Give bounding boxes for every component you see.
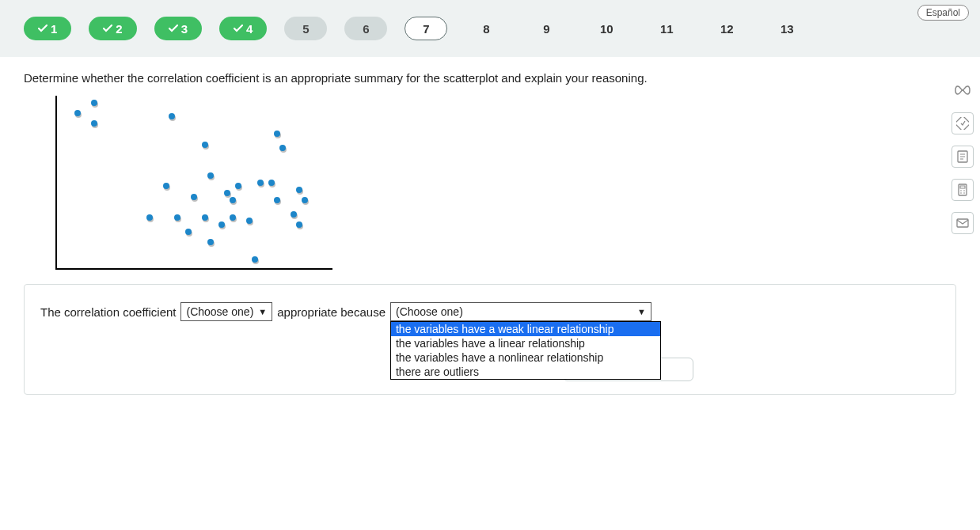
scatter-point [202, 214, 208, 221]
nav-label: 7 [423, 22, 429, 36]
scatterplot [47, 96, 332, 270]
scatter-point [224, 190, 230, 196]
scatter-point [302, 197, 308, 203]
scatter-point [146, 214, 153, 221]
language-button[interactable]: Español [917, 5, 969, 21]
scatter-point [296, 221, 302, 228]
scatter-point [235, 183, 241, 189]
question-nav-bar: 12345678910111213 Español [0, 0, 980, 57]
select-reason-dropdown: the variables have a weak linear relatio… [390, 321, 661, 380]
question-content: Determine whether the correlation coeffi… [0, 57, 980, 409]
scatter-point [279, 145, 286, 151]
scatter-point [185, 229, 192, 235]
scatter-point [91, 100, 97, 106]
check-icon [103, 25, 112, 32]
nav-label: 10 [600, 22, 613, 36]
scatter-point [91, 120, 97, 127]
scatter-point [191, 194, 197, 200]
nav-question-10[interactable]: 10 [585, 17, 628, 40]
nav-question-3[interactable]: 3 [154, 17, 202, 40]
scatter-point [218, 221, 225, 228]
dropdown-option[interactable]: there are outliers [391, 365, 660, 379]
scatter-point [174, 214, 180, 221]
nav-label: 1 [51, 22, 57, 36]
dropdown-option[interactable]: the variables have a nonlinear relations… [391, 350, 660, 365]
dropdown-option[interactable]: the variables have a weak linear relatio… [391, 322, 660, 336]
scatter-point [252, 256, 258, 263]
nav-question-4[interactable]: 4 [219, 17, 267, 40]
nav-question-2[interactable]: 2 [89, 17, 136, 40]
nav-question-5[interactable]: 5 [284, 17, 327, 40]
scatter-point [246, 218, 253, 224]
nav-label: 12 [720, 22, 734, 36]
nav-label: 13 [781, 22, 794, 36]
x-axis [55, 268, 332, 270]
scatter-point [207, 239, 214, 245]
scatter-point [169, 113, 175, 119]
chevron-down-icon: ▼ [637, 307, 646, 316]
nav-question-6[interactable]: 6 [344, 17, 387, 40]
scatter-point [274, 197, 280, 203]
answer-area: The correlation coefficient (Choose one)… [24, 284, 956, 395]
scatter-point [291, 211, 297, 218]
nav-question-7[interactable]: 7 [405, 17, 447, 40]
scatter-point [268, 180, 275, 186]
check-icon [234, 25, 243, 32]
check-icon [169, 25, 178, 32]
check-icon [38, 25, 47, 32]
nav-label: 8 [483, 22, 489, 36]
scatter-point [274, 131, 280, 137]
select-appropriate[interactable]: (Choose one) ▼ [180, 302, 272, 321]
nav-label: 11 [660, 22, 674, 36]
scatter-point [74, 110, 81, 116]
scatter-point [230, 214, 236, 221]
sentence-part-1: The correlation coefficient [40, 305, 176, 319]
nav-label: 6 [363, 22, 369, 36]
nav-question-9[interactable]: 9 [525, 17, 568, 40]
nav-question-1[interactable]: 1 [24, 17, 71, 40]
scatter-point [257, 180, 264, 186]
scatter-point [230, 197, 236, 203]
nav-label: 4 [246, 22, 253, 36]
nav-question-13[interactable]: 13 [765, 17, 808, 40]
nav-label: 3 [181, 22, 188, 36]
select-reason[interactable]: (Choose one) ▼ the variables have a weak… [390, 302, 651, 321]
scatter-point [296, 187, 302, 193]
nav-label: 2 [116, 22, 122, 36]
nav-question-8[interactable]: 8 [465, 17, 507, 40]
nav-question-11[interactable]: 11 [645, 17, 688, 40]
nav-question-12[interactable]: 12 [705, 17, 748, 40]
sentence-part-2: appropriate because [277, 305, 386, 319]
nav-label: 5 [302, 22, 309, 36]
y-axis [55, 96, 57, 270]
scatter-point [163, 183, 169, 189]
dropdown-option[interactable]: the variables have a linear relationship [391, 336, 660, 350]
scatter-point [207, 172, 214, 179]
question-prompt: Determine whether the correlation coeffi… [24, 71, 956, 85]
chevron-down-icon: ▼ [258, 307, 267, 316]
scatter-point [202, 142, 208, 148]
nav-label: 9 [543, 22, 549, 36]
